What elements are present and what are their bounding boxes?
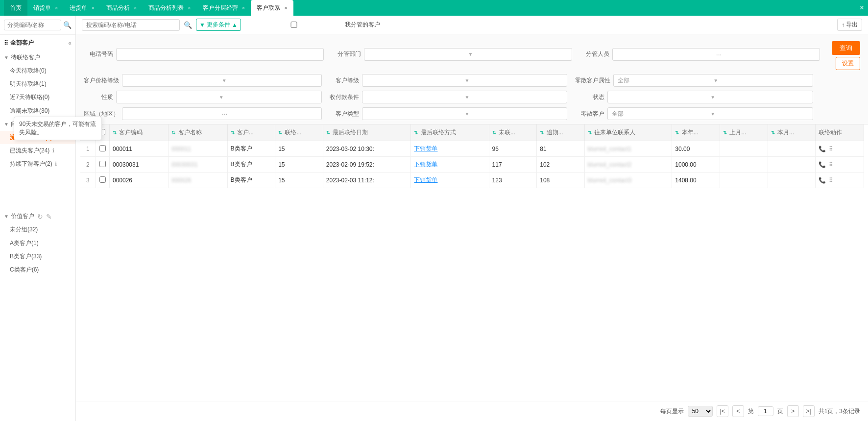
action-icons-1[interactable]: 📞 ⠿ — [819, 161, 861, 168]
payment-terms-select[interactable]: ▼ — [362, 91, 568, 103]
cell-method-1[interactable]: 下销货单 — [411, 157, 489, 173]
export-btn[interactable]: ↑ 导出 — [837, 19, 862, 31]
tab-purchase-order[interactable]: 进货单 × — [64, 0, 100, 16]
per-page-select[interactable]: 50 100 — [688, 406, 713, 417]
close-purchase-order-icon[interactable]: × — [91, 5, 94, 11]
cell-action-2[interactable]: 📞 ⠿ — [816, 173, 864, 188]
sidebar-item-churned[interactable]: 已流失客户(24) ℹ — [0, 144, 75, 157]
action-contact-icon-1[interactable]: 📞 — [819, 161, 826, 168]
cell-action-1[interactable]: 📞 ⠿ — [816, 157, 864, 173]
customer-price-grade-select[interactable]: ▼ — [122, 74, 322, 87]
customer-type-select[interactable]: ▼ — [362, 107, 568, 120]
action-more-icon-1[interactable]: ⠿ — [829, 161, 833, 168]
sidebar-item-class-a[interactable]: A类客户(1) — [0, 237, 75, 250]
close-sales-order-icon[interactable]: × — [55, 5, 58, 11]
close-product-analysis-icon[interactable]: × — [134, 5, 137, 11]
sort-unit-icon[interactable]: ⇅ — [588, 130, 592, 135]
sort-date-icon[interactable]: ⇅ — [326, 130, 330, 135]
sort-code-icon[interactable]: ⇅ — [113, 130, 117, 135]
my-customers-checkbox[interactable] — [245, 22, 343, 28]
sort-method-icon[interactable]: ⇅ — [414, 130, 418, 135]
row-checkbox-0[interactable] — [99, 145, 106, 151]
query-area: 查询 设置 — [828, 38, 860, 70]
sidebar-item-today-contact[interactable]: 今天待联络(0) — [0, 64, 75, 77]
sidebar-item-ungrouped[interactable]: 未分组(32) — [0, 223, 75, 236]
sort-overdue-icon[interactable]: ⇅ — [540, 130, 544, 135]
tab-customer-layer[interactable]: 客户分层经营 × — [197, 0, 251, 16]
region-more-icon[interactable]: ··· — [222, 110, 317, 118]
cell-checkbox-2[interactable] — [96, 173, 110, 188]
close-product-analysis-list-icon[interactable]: × — [188, 5, 191, 11]
zero-customer-attr-select[interactable]: 全部 ▼ — [613, 74, 813, 87]
all-customers-section[interactable]: ⠿ 全部客户 « — [0, 35, 75, 51]
sidebar-group-pending-contact[interactable]: ▼ 待联络客户 — [0, 51, 75, 64]
close-customer-layer-icon[interactable]: × — [242, 5, 245, 11]
tab-product-analysis-list[interactable]: 商品分析列表 × — [143, 0, 196, 16]
sort-last-month-icon[interactable]: ⇅ — [723, 130, 727, 135]
status-select[interactable]: ▼ — [607, 91, 813, 103]
cell-index-0: 1 — [80, 141, 96, 157]
my-customers-checkbox-group[interactable]: 我分管的客户 — [245, 21, 380, 29]
nature-select[interactable]: ▼ — [116, 91, 322, 103]
sidebar-item-7days-contact[interactable]: 近7天待联络(0) — [0, 91, 75, 104]
cell-method-0[interactable]: 下销货单 — [411, 141, 489, 157]
sort-no-contact-icon[interactable]: ⇅ — [492, 130, 496, 135]
more-conditions-btn[interactable]: ▼ 更多条件 ▲ — [196, 19, 241, 31]
table-row: 3 000026 000026 B类客户 15 2023-02-03 11:12… — [80, 173, 864, 188]
row-checkbox-2[interactable] — [99, 176, 106, 183]
division-person-more-icon[interactable]: ··· — [716, 50, 816, 58]
action-contact-icon-2[interactable]: 📞 — [819, 177, 826, 184]
refresh-value-icon[interactable]: ↻ — [37, 213, 43, 221]
settings-button[interactable]: 设置 — [836, 57, 860, 70]
sidebar-group-value[interactable]: ▼ 价值客户 ↻ ✎ — [0, 210, 75, 223]
sidebar-item-tomorrow-contact[interactable]: 明天待联络(1) — [0, 77, 75, 91]
zero-customer-select[interactable]: 全部 ▼ — [607, 107, 813, 120]
prev-page-btn[interactable]: < — [732, 405, 744, 417]
close-window-icon[interactable]: × — [860, 3, 864, 12]
action-more-icon-0[interactable]: ⠿ — [829, 146, 833, 152]
customer-grade-select[interactable]: ▼ — [362, 74, 568, 87]
sort-this-month-icon[interactable]: ⇅ — [771, 130, 775, 135]
action-icons-0[interactable]: 📞 ⠿ — [819, 146, 861, 152]
cell-checkbox-1[interactable] — [96, 157, 110, 173]
collapse-sidebar-icon[interactable]: « — [68, 40, 72, 47]
search-bar-icon[interactable]: 🔍 — [184, 21, 192, 29]
sort-year-icon[interactable]: ⇅ — [675, 130, 679, 135]
phone-input[interactable] — [116, 48, 324, 61]
method-link-0[interactable]: 下销货单 — [414, 145, 437, 152]
action-contact-icon-0[interactable]: 📞 — [819, 146, 826, 152]
close-customer-contact-icon[interactable]: × — [284, 5, 287, 11]
sort-type-icon[interactable]: ⇅ — [231, 130, 235, 135]
division-person-select[interactable]: ··· — [612, 48, 820, 61]
search-input[interactable] — [82, 19, 180, 31]
sort-name-icon[interactable]: ⇅ — [171, 130, 175, 135]
sidebar-item-overdue-contact[interactable]: 逾期未联络(30) — [0, 104, 75, 118]
region-select[interactable]: ··· — [122, 107, 322, 120]
sidebar-item-class-b[interactable]: B类客户(33) — [0, 250, 75, 263]
sort-contact-icon[interactable]: ⇅ — [278, 130, 282, 135]
page-input[interactable] — [758, 406, 773, 416]
tab-sales-order[interactable]: 销货单 × — [27, 0, 64, 16]
next-page-btn[interactable]: > — [787, 405, 799, 417]
division-dept-select[interactable]: ▼ — [364, 48, 572, 61]
table-container[interactable]: ⚙ ⇅ 客户编码 ⇅ 客户名称 — [76, 124, 868, 401]
first-page-btn[interactable]: |< — [717, 405, 728, 417]
tab-product-analysis[interactable]: 商品分析 × — [100, 0, 143, 16]
tab-home[interactable]: 首页 — [4, 0, 27, 16]
edit-value-icon[interactable]: ✎ — [46, 213, 52, 221]
sidebar-item-class-c[interactable]: C类客户(6) — [0, 263, 75, 276]
action-icons-2[interactable]: 📞 ⠿ — [819, 177, 861, 184]
cell-method-2[interactable]: 下销货单 — [411, 173, 489, 188]
cell-action-0[interactable]: 📞 ⠿ — [816, 141, 864, 157]
sidebar-item-declining[interactable]: 持续下滑客户(2) ℹ — [0, 157, 75, 171]
method-link-1[interactable]: 下销货单 — [414, 161, 437, 168]
sidebar-search-input[interactable] — [4, 20, 61, 30]
action-more-icon-2[interactable]: ⠿ — [829, 177, 833, 184]
row-checkbox-1[interactable] — [99, 161, 106, 167]
last-page-btn[interactable]: >| — [803, 405, 815, 417]
tab-customer-contact[interactable]: 客户联系 × — [251, 0, 293, 16]
query-button[interactable]: 查询 — [832, 41, 860, 55]
method-link-2[interactable]: 下销货单 — [414, 176, 437, 183]
sidebar-search-icon[interactable]: 🔍 — [63, 21, 72, 29]
cell-checkbox-0[interactable] — [96, 141, 110, 157]
